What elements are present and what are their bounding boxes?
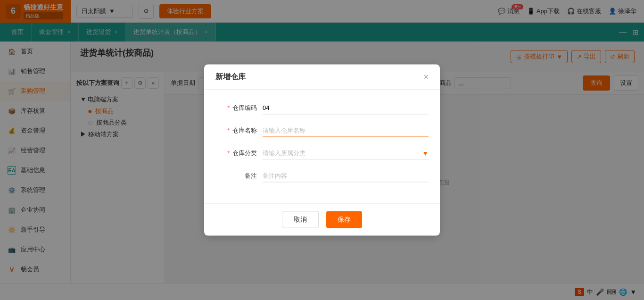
form-row-category: * 仓库分类 ▼: [215, 147, 429, 160]
modal-body: * 仓库编码 * 仓库名称 * 仓库分类 ▼: [204, 90, 440, 203]
category-dropdown-icon: ▼: [422, 149, 429, 157]
modal-header: 新增仓库 ×: [204, 65, 440, 90]
code-input[interactable]: [263, 101, 429, 115]
add-warehouse-modal: 新增仓库 × * 仓库编码 * 仓库名称 * 仓库分类: [204, 65, 440, 236]
save-button[interactable]: 保存: [326, 211, 362, 228]
required-star-name: *: [227, 127, 230, 134]
form-row-name: * 仓库名称: [215, 124, 429, 137]
form-row-code: * 仓库编码: [215, 101, 429, 115]
name-label: * 仓库名称: [215, 126, 263, 135]
required-star-code: *: [227, 104, 230, 111]
name-input[interactable]: [263, 124, 429, 137]
code-label: * 仓库编码: [215, 104, 263, 112]
cancel-button[interactable]: 取消: [282, 211, 319, 228]
category-label: * 仓库分类: [215, 149, 263, 158]
category-input[interactable]: [263, 147, 422, 159]
category-select-wrapper[interactable]: ▼: [263, 147, 429, 160]
required-star-category: *: [227, 150, 230, 157]
modal-close-button[interactable]: ×: [423, 72, 429, 82]
note-label: 备注: [215, 172, 263, 180]
note-input[interactable]: [263, 169, 429, 183]
modal-footer: 取消 保存: [204, 203, 440, 236]
modal-title: 新增仓库: [215, 72, 246, 82]
form-row-note: 备注: [215, 169, 429, 183]
